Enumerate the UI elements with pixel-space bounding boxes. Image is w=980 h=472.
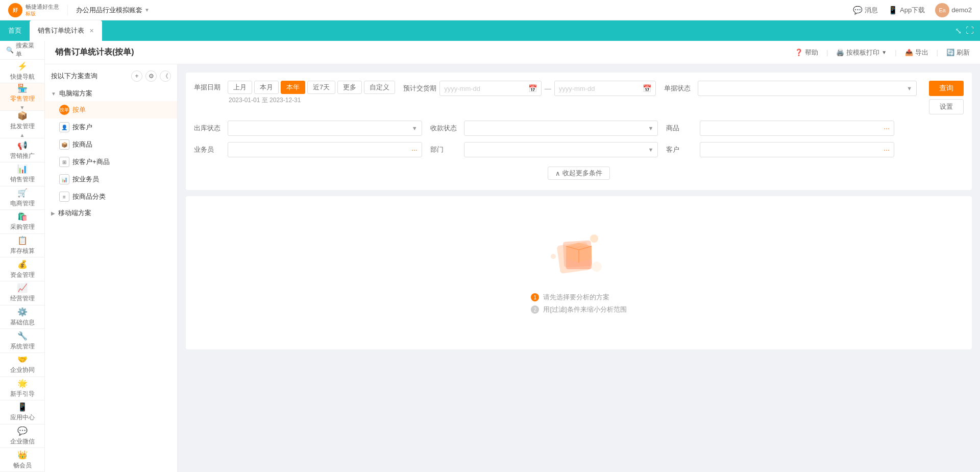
date-btn-7days[interactable]: 近7天: [307, 81, 335, 94]
goods-input[interactable]: [704, 125, 884, 132]
date-btn-this-year[interactable]: 本年: [281, 81, 305, 94]
tab-bar-actions: ⤡ ⛶: [955, 26, 980, 36]
expected-delivery-to-input-wrap[interactable]: 📅: [554, 81, 656, 96]
avatar: Ea: [935, 3, 949, 17]
sidebar-item-enterprise-wechat[interactable]: 💬 企业微信: [0, 424, 44, 449]
salesperson-input-wrap[interactable]: ···: [228, 142, 422, 157]
print-btn[interactable]: 🖨️ 按模板打印 ▼: [836, 48, 887, 57]
sidebar-item-sales[interactable]: 📊 销售管理: [0, 162, 44, 186]
tab-home[interactable]: 首页: [0, 20, 30, 41]
app-download-btn[interactable]: 📱 App下载: [888, 6, 925, 15]
shipment-status-select[interactable]: ▼: [228, 121, 422, 136]
expected-delivery-from-input-wrap[interactable]: 📅: [439, 81, 541, 96]
app-selector[interactable]: 办公用品行业模拟账套 ▼: [76, 6, 150, 15]
sidebar-item-app-center[interactable]: 📱 应用中心: [0, 400, 44, 424]
tip-num-1: 1: [531, 293, 539, 301]
sidebar-item-system[interactable]: 🔧 系统管理: [0, 329, 44, 353]
sales-icon: 📊: [17, 164, 28, 174]
export-btn[interactable]: 📤 导出: [905, 48, 928, 57]
salesperson-more-icon[interactable]: ···: [411, 146, 418, 154]
sidebar-item-quick-nav[interactable]: ⚡ 快捷导航: [0, 60, 44, 84]
scheme-settings-icon[interactable]: ⚙: [145, 70, 157, 82]
sidebar-item-finance[interactable]: 💰 资金管理: [0, 257, 44, 281]
left-panel-header: 按以下方案查询 + ⚙ 《: [45, 70, 177, 86]
ecommerce-icon: 🛒: [17, 188, 28, 198]
single-date-label: 单据日期: [194, 83, 225, 92]
tree-child-by-customer-goods[interactable]: ⊞ 按客户+商品: [45, 153, 177, 171]
user-area[interactable]: Ea demo2: [935, 3, 972, 17]
tree-child-by-order[interactable]: 按单 按单: [45, 101, 177, 119]
top-bar-right: 💬 消息 📱 App下载 Ea demo2: [853, 3, 972, 17]
tree-child-by-goods[interactable]: 📦 按商品: [45, 136, 177, 153]
settings-button[interactable]: 设置: [929, 99, 964, 114]
empty-image: [548, 228, 609, 285]
tab-sales-order-stats[interactable]: 销售订单统计表 ✕: [30, 20, 102, 41]
tab-minimize-icon[interactable]: ⤡: [955, 26, 962, 36]
goods-input-wrap[interactable]: ···: [700, 121, 894, 136]
empty-illustration: [548, 228, 609, 285]
goods-label: 商品: [666, 124, 697, 133]
sidebar-item-purchase[interactable]: 🛍️ 采购管理: [0, 210, 44, 234]
customer-more-icon[interactable]: ···: [884, 146, 890, 154]
content-area: 销售订单统计表(按单) ❓ 帮助 | 🖨️ 按模板打印 ▼ | 📤 导出 |: [45, 41, 980, 472]
date-btn-more[interactable]: 更多: [337, 81, 362, 94]
tab-bar: 首页 销售订单统计表 ✕ ⤡ ⛶: [0, 20, 980, 41]
svg-point-4: [551, 254, 556, 259]
sidebar-item-operations[interactable]: 📈 经营管理: [0, 281, 44, 305]
tree-child-by-goods-category[interactable]: ≡ 按商品分类: [45, 188, 177, 205]
department-arrow-icon: ▼: [648, 147, 653, 153]
sidebar-item-cooperation[interactable]: 🤝 企业协同: [0, 353, 44, 377]
system-icon: 🔧: [17, 331, 28, 341]
date-btn-last-month[interactable]: 上月: [228, 81, 252, 94]
tab-expand-icon[interactable]: ⛶: [966, 26, 974, 35]
sidebar-item-marketing[interactable]: 📢 营销推广: [0, 138, 44, 162]
panel-layout: 按以下方案查询 + ⚙ 《 ▼ 电脑端方案 按单 按单: [45, 64, 980, 472]
goods-more-icon[interactable]: ···: [884, 124, 890, 132]
tree-parent-desktop[interactable]: ▼ 电脑端方案: [45, 86, 177, 101]
tree-child-by-salesperson[interactable]: 📊 按业务员: [45, 171, 177, 188]
date-to-icon[interactable]: 📅: [643, 84, 651, 92]
date-from-icon[interactable]: 📅: [528, 84, 537, 92]
logo-area: 好 畅捷通好生意 标版: [8, 3, 59, 17]
expected-delivery-to-input[interactable]: [559, 85, 643, 92]
query-button[interactable]: 查询: [929, 81, 964, 96]
sidebar-item-newbie[interactable]: 🌟 新手引导: [0, 377, 44, 401]
customer-input-wrap[interactable]: ···: [700, 142, 894, 157]
collapse-row: ∧ 收起更多条件: [194, 161, 964, 182]
date-btn-custom[interactable]: 自定义: [364, 81, 395, 94]
refresh-btn[interactable]: 🔄 刷新: [946, 48, 970, 57]
help-btn[interactable]: ❓ 帮助: [795, 48, 818, 57]
sidebar-item-wholesale[interactable]: 📦 批发管理 ▲: [0, 111, 44, 138]
inventory-icon: 📋: [17, 235, 28, 245]
collapse-panel-icon[interactable]: 《: [160, 70, 171, 82]
customer-group: 客户 ···: [666, 142, 894, 157]
empty-tip-1: 1 请先选择要分析的方案: [531, 293, 626, 302]
sidebar-item-retail[interactable]: 🏪 零售管理 ▼: [0, 83, 44, 111]
date-btn-this-month[interactable]: 本月: [254, 81, 279, 94]
top-bar: 好 畅捷通好生意 标版 办公用品行业模拟账套 ▼ 💬 消息 📱 App下载 Ea…: [0, 0, 980, 20]
customer-input[interactable]: [704, 146, 884, 154]
salesperson-input[interactable]: [232, 146, 411, 154]
search-menu[interactable]: 🔍 搜索菜单: [0, 41, 44, 60]
sidebar-item-basic[interactable]: ⚙️ 基础信息: [0, 305, 44, 329]
date-dash: —: [545, 85, 551, 92]
print-icon: 🖨️: [836, 49, 844, 56]
tab-close-icon[interactable]: ✕: [89, 28, 94, 34]
department-select[interactable]: ▼: [464, 142, 658, 157]
add-scheme-btn[interactable]: +: [131, 70, 142, 82]
tree-parent-mobile[interactable]: ▶ 移动端方案: [45, 205, 177, 221]
tree-child-by-customer[interactable]: 👤 按客户: [45, 119, 177, 136]
sidebar-item-ecommerce[interactable]: 🛒 电商管理: [0, 186, 44, 210]
sidebar-item-inventory[interactable]: 📋 库存核算: [0, 234, 44, 258]
newbie-icon: 🌟: [17, 379, 28, 388]
message-btn[interactable]: 💬 消息: [853, 6, 878, 15]
customer-label: 客户: [666, 145, 697, 154]
single-status-select[interactable]: ▼: [698, 81, 917, 96]
goods-group: 商品 ···: [666, 121, 894, 136]
collapse-btn[interactable]: ∧ 收起更多条件: [548, 167, 610, 180]
payment-status-select[interactable]: ▼: [464, 121, 658, 136]
expected-delivery-from-input[interactable]: [444, 85, 528, 92]
sidebar-item-member[interactable]: 👑 畅会员: [0, 448, 44, 472]
by-order-icon: 按单: [59, 105, 69, 115]
quicknav-icon: ⚡: [17, 61, 28, 71]
